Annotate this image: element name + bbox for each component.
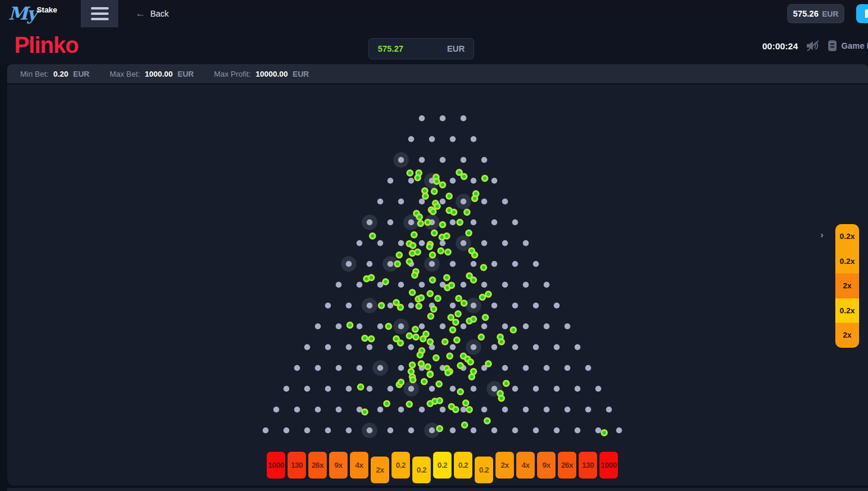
plinko-ball <box>429 251 436 259</box>
peg <box>325 427 331 433</box>
peg <box>346 261 352 267</box>
top-nav: My Stake ← Back 575.26 EUR <box>0 0 868 27</box>
peg <box>387 344 393 350</box>
peg <box>377 240 383 246</box>
history-expand-chevron[interactable]: › <box>820 229 823 240</box>
peg <box>523 407 529 413</box>
plinko-ball <box>436 397 443 404</box>
peg <box>450 303 456 309</box>
plinko-ball <box>417 220 424 227</box>
peg <box>564 323 570 329</box>
peg <box>315 323 321 329</box>
peg <box>408 386 414 392</box>
rules-document-icon <box>828 40 837 52</box>
back-button[interactable]: ← Back <box>135 0 169 27</box>
plinko-ball <box>503 380 510 387</box>
plinko-ball <box>427 290 434 297</box>
game-rules-button[interactable]: Game Rules <box>828 40 868 52</box>
plinko-ball <box>450 209 457 216</box>
peg <box>273 407 279 413</box>
peg <box>491 178 497 184</box>
peg <box>419 407 425 413</box>
plinko-ball <box>369 232 376 240</box>
peg <box>491 219 497 225</box>
sound-mute-toggle[interactable] <box>806 40 820 52</box>
deposit-icon <box>865 10 868 18</box>
plinko-ball <box>412 333 419 341</box>
peg <box>377 199 383 204</box>
peg <box>377 365 383 371</box>
menu-button[interactable] <box>81 0 118 27</box>
max-bet: Max Bet: 1000.00 EUR <box>109 70 194 78</box>
peg <box>460 407 466 413</box>
multiplier-bucket: 26x <box>308 452 327 479</box>
peg <box>460 240 466 246</box>
plinko-ball <box>454 310 462 317</box>
plinko-ball <box>436 425 443 432</box>
multiplier-bucket: 9x <box>329 452 348 479</box>
plinko-ball <box>471 195 478 202</box>
bet-panel-edge <box>7 488 868 491</box>
plinko-ball <box>415 303 422 310</box>
multiplier-history: 0.2x0.2x2x0.2x2x <box>835 224 859 348</box>
plinko-ball <box>378 302 385 309</box>
peg <box>450 136 456 142</box>
plinko-ball <box>461 421 468 429</box>
multiplier-bucket: 9x <box>537 452 555 479</box>
peg <box>544 407 550 413</box>
peg <box>554 427 560 433</box>
plinko-ball <box>422 193 429 200</box>
peg <box>471 261 476 267</box>
multiplier-bucket: 130 <box>579 452 597 479</box>
peg <box>450 219 456 225</box>
peg <box>481 240 487 246</box>
plinko-ball <box>426 243 433 250</box>
plinko-ball <box>439 181 446 188</box>
peg <box>564 365 570 371</box>
peg <box>585 365 591 371</box>
peg <box>595 386 601 392</box>
plinko-ball <box>394 260 401 267</box>
peg <box>481 323 487 329</box>
plinko-ball <box>421 378 428 385</box>
peg <box>315 407 321 413</box>
max-profit: Max Profit: 10000.00 EUR <box>214 70 309 78</box>
plinko-ball <box>460 173 468 180</box>
peg <box>471 219 476 225</box>
peg <box>564 407 570 413</box>
peg <box>429 261 435 267</box>
multiplier-bucket: 0.2 <box>454 452 472 479</box>
peg <box>398 323 404 329</box>
peg <box>523 323 529 329</box>
plinko-ball <box>414 248 421 256</box>
plinko-ball <box>449 326 456 333</box>
peg <box>440 157 446 163</box>
peg <box>450 427 456 433</box>
deposit-button[interactable] <box>856 4 868 23</box>
back-arrow-icon: ← <box>135 8 146 20</box>
peg <box>398 157 404 163</box>
peg <box>460 157 466 163</box>
peg <box>346 386 352 392</box>
plinko-board: 100013026x9x4x2x0.20.20.20.20.22x4x9x26x… <box>7 84 868 486</box>
peg <box>533 427 539 433</box>
mystake-logo[interactable]: My Stake <box>8 1 57 26</box>
peg <box>356 323 362 329</box>
peg <box>471 427 476 433</box>
plinko-ball <box>465 229 472 237</box>
peg <box>367 219 373 225</box>
peg <box>429 427 435 433</box>
history-multiplier: 2x <box>835 323 859 348</box>
plinko-ball <box>368 274 375 281</box>
plinko-ball <box>357 383 364 391</box>
wallet-balance[interactable]: 575.26 EUR <box>787 4 844 23</box>
peg <box>460 282 466 288</box>
peg <box>294 365 300 371</box>
peg <box>523 240 529 246</box>
session-timer: 00:00:24 <box>762 41 798 51</box>
multiplier-bucket: 4x <box>516 452 535 479</box>
peg <box>481 199 487 204</box>
game-balance-box: 575.27 EUR <box>368 38 474 59</box>
plinko-ball <box>412 326 419 333</box>
peg <box>408 344 414 350</box>
